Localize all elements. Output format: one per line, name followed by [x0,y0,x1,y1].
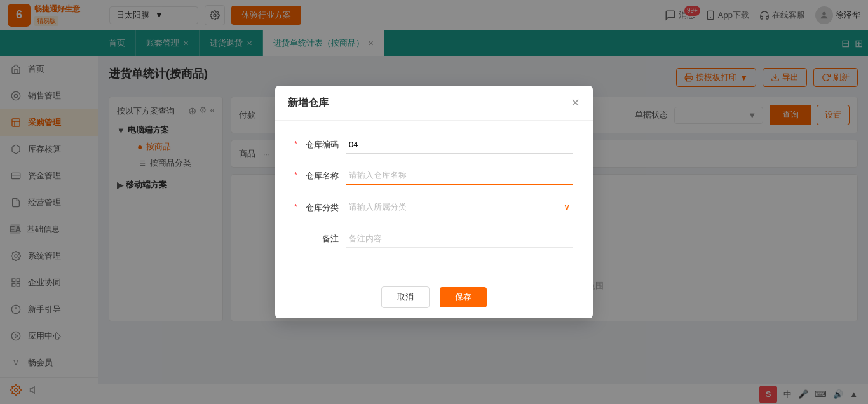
modal-overlay: 新增仓库 ✕ 仓库编码 仓库名称 仓库分类 请输入所属分类 ∨ [0,0,868,404]
form-row-code: 仓库编码 [295,136,573,154]
save-button[interactable]: 保存 [440,287,487,307]
code-label: 仓库编码 [295,139,346,151]
modal-close-icon[interactable]: ✕ [571,96,580,110]
form-row-name: 仓库名称 [295,166,573,185]
notes-label: 备注 [295,233,346,245]
code-input[interactable] [346,136,573,154]
name-input[interactable] [346,166,573,185]
category-placeholder: 请输入所属分类 [349,201,407,213]
new-warehouse-modal: 新增仓库 ✕ 仓库编码 仓库名称 仓库分类 请输入所属分类 ∨ [275,86,593,318]
category-select[interactable]: 请输入所属分类 ∨ [346,198,573,217]
category-arrow-icon: ∨ [564,202,570,212]
category-label: 仓库分类 [295,202,346,213]
modal-title: 新增仓库 [288,97,329,110]
form-row-category: 仓库分类 请输入所属分类 ∨ [295,198,573,217]
form-row-notes: 备注 [295,230,573,248]
cancel-button[interactable]: 取消 [381,286,430,308]
modal-body: 仓库编码 仓库名称 仓库分类 请输入所属分类 ∨ 备注 [275,121,593,276]
notes-input[interactable] [346,230,573,248]
modal-header: 新增仓库 ✕ [275,86,593,121]
name-label: 仓库名称 [295,170,346,182]
modal-footer: 取消 保存 [275,276,593,318]
